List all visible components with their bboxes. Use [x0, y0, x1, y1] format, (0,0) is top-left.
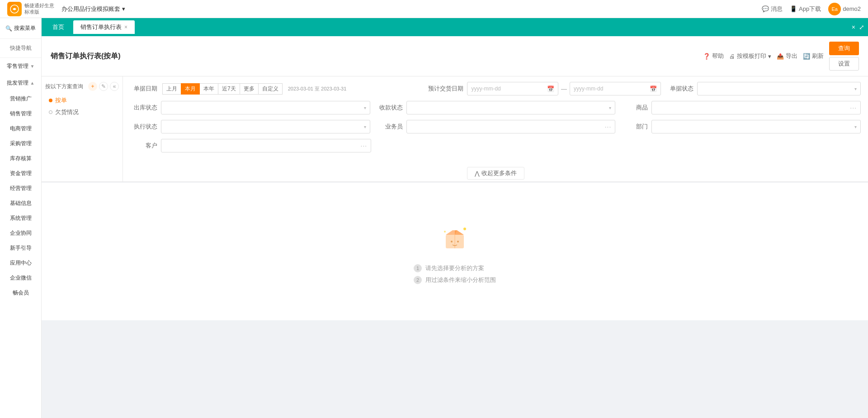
tab-right: × ⤢: [852, 24, 864, 31]
content-area: 销售订单执行表(按单) ❓ 帮助 🖨 按模板打印 ▾ 📤: [42, 36, 868, 418]
customer-input[interactable]: ···: [161, 139, 371, 152]
dropdown-icon: ▾: [122, 5, 125, 12]
product-input[interactable]: ···: [651, 101, 861, 114]
dept-arrow-icon: ▾: [854, 124, 857, 129]
svg-point-4: [444, 231, 446, 233]
refresh-btn[interactable]: 🔄 刷新: [803, 52, 824, 60]
sidebar: 🔍 搜索菜单 快捷导航 零售管理 ▼ 批发管理 ▲ 营销推广 销售管理 电商管理…: [0, 18, 42, 418]
search-menu-btn[interactable]: 🔍 搜索菜单: [4, 22, 38, 35]
tab-active[interactable]: 销售订单执行表 ×: [73, 20, 135, 34]
scheme-item-shortage[interactable]: 欠货情况: [45, 106, 119, 118]
user-avatar[interactable]: Ea demo2: [828, 3, 861, 15]
main-container: 🔍 搜索菜单 快捷导航 零售管理 ▼ 批发管理 ▲ 营销推广 销售管理 电商管理…: [0, 18, 868, 418]
scheme-add-btn[interactable]: +: [88, 82, 97, 91]
empty-illustration: [437, 219, 473, 255]
quick-nav-label[interactable]: 快捷导航: [0, 43, 41, 54]
date-quick-opts: 上月 本月 本年 近7天 更多 自定义: [163, 83, 283, 95]
sidebar-item-member[interactable]: 畅会员: [0, 285, 41, 300]
refresh-icon: 🔄: [803, 53, 810, 60]
filter-item-expected-date: 预计交货日期 yyyy-mm-dd 📅 —: [427, 82, 660, 95]
tip-num-1: 1: [414, 264, 422, 272]
top-bar-right: 💬 消息 📱 App下载 Ea demo2: [762, 3, 861, 15]
collapse-btn[interactable]: ⋀ 收起更多条件: [467, 167, 524, 180]
dept-label: 部门: [621, 123, 648, 131]
date-range-text: 2023-03-01 至 2023-03-31: [288, 86, 347, 92]
window-max-btn[interactable]: ⤢: [859, 24, 864, 31]
filter-conditions: 单据日期 上月 本月 本年 近7天 更多: [123, 76, 868, 163]
salesperson-input[interactable]: ···: [406, 120, 616, 133]
date-label: 单据日期: [130, 85, 157, 93]
sidebar-item-system[interactable]: 系统管理: [0, 211, 41, 226]
date-opt-more[interactable]: 更多: [240, 83, 259, 95]
collect-status-select[interactable]: ▾: [406, 101, 616, 114]
sidebar-item-wholesale[interactable]: 批发管理 ▲: [0, 75, 41, 91]
status-select[interactable]: ▾: [697, 82, 861, 95]
window-close-btn[interactable]: ×: [852, 24, 855, 31]
svg-point-6: [457, 241, 459, 242]
filter-item-status: 单据状态 ▾: [666, 82, 861, 95]
date-opt-custom[interactable]: 自定义: [258, 83, 283, 95]
filter-item-ship: 出库状态 ▾: [130, 101, 370, 114]
page-header-actions: ❓ 帮助 🖨 按模板打印 ▾ 📤 导出 🔄: [703, 42, 859, 71]
scheme-collapse-btn[interactable]: «: [110, 82, 119, 91]
scheme-item-order[interactable]: 按单: [45, 95, 119, 106]
date-opt-this-month[interactable]: 本月: [181, 83, 200, 95]
app-selector[interactable]: 办公用品行业模拟账套 ▾: [58, 3, 129, 15]
ship-status-select[interactable]: ▾: [161, 101, 370, 114]
top-bar-left: 畅捷通好生意 标准版 办公用品行业模拟账套 ▾: [7, 2, 129, 16]
help-btn[interactable]: ❓ 帮助: [703, 52, 724, 60]
ship-arrow-icon: ▾: [364, 105, 366, 110]
sidebar-item-basic-info[interactable]: 基础信息: [0, 196, 41, 211]
filter-item-salesperson: 业务员 ···: [376, 120, 616, 133]
date-opt-this-year[interactable]: 本年: [199, 83, 218, 95]
collect-status-label: 收款状态: [376, 104, 403, 112]
sidebar-item-newbie[interactable]: 新手引导: [0, 241, 41, 256]
filter-panel: 按以下方案查询 + ✎ « 按单: [42, 76, 868, 182]
empty-tip-1: 1 请先选择要分析的方案: [414, 264, 496, 272]
page-content: 销售订单执行表(按单) ❓ 帮助 🖨 按模板打印 ▾ 📤: [42, 36, 868, 320]
page-header: 销售订单执行表(按单) ❓ 帮助 🖨 按模板打印 ▾ 📤: [42, 36, 868, 76]
scheme-active-dot: [49, 99, 52, 102]
print-btn[interactable]: 🖨 按模板打印 ▾: [729, 52, 771, 60]
app-download-btn[interactable]: 📱 App下载: [790, 5, 821, 13]
expected-date-end[interactable]: yyyy-mm-dd 📅: [570, 82, 661, 95]
avatar: Ea: [828, 3, 841, 15]
svg-point-3: [463, 228, 466, 230]
sidebar-search[interactable]: 🔍 搜索菜单: [0, 18, 41, 39]
sidebar-item-corp-collab[interactable]: 企业协同: [0, 226, 41, 241]
tab-home[interactable]: 首页: [45, 20, 71, 34]
export-btn[interactable]: 📤 导出: [777, 52, 797, 60]
sidebar-item-corp-wechat[interactable]: 企业微信: [0, 271, 41, 285]
expected-date-section: yyyy-mm-dd 📅 — yyyy-mm-dd 📅: [467, 82, 660, 95]
quick-nav[interactable]: 快捷导航: [0, 39, 41, 58]
sidebar-item-inventory[interactable]: 库存核算: [0, 151, 41, 166]
date-dash: —: [558, 86, 570, 92]
filter-row-3: 执行状态 ▾ 业务员 ···: [130, 120, 861, 133]
scheme-edit-btn[interactable]: ✎: [99, 82, 108, 91]
scheme-actions: + ✎ «: [88, 82, 119, 91]
query-btn[interactable]: 查询: [829, 42, 859, 55]
settings-btn[interactable]: 设置: [829, 57, 859, 71]
sidebar-item-sales[interactable]: 销售管理: [0, 106, 41, 121]
message-btn[interactable]: 💬 消息: [762, 5, 783, 13]
tab-close-btn[interactable]: ×: [124, 24, 127, 30]
exec-status-select[interactable]: ▾: [161, 120, 370, 133]
filter-item-dept: 部门 ▾: [621, 120, 861, 133]
sidebar-item-marketing[interactable]: 营销推广: [0, 91, 41, 106]
dept-select[interactable]: ▾: [651, 120, 861, 133]
sidebar-item-purchase[interactable]: 采购管理: [0, 136, 41, 151]
empty-state: 1 请先选择要分析的方案 2 用过滤条件来缩小分析范围: [42, 183, 868, 320]
sidebar-item-finance[interactable]: 资金管理: [0, 166, 41, 181]
sidebar-item-retail[interactable]: 零售管理 ▼: [0, 58, 41, 75]
export-icon: 📤: [777, 53, 784, 60]
customer-more-icon: ···: [361, 142, 368, 149]
sidebar-item-management[interactable]: 经营管理: [0, 181, 41, 196]
date-opt-last-month[interactable]: 上月: [162, 83, 181, 95]
sidebar-item-ecommerce[interactable]: 电商管理: [0, 121, 41, 136]
status-arrow-icon: ▾: [854, 86, 857, 91]
tab-nav: 首页 销售订单执行表 × × ⤢: [42, 18, 868, 36]
exec-status-label: 执行状态: [130, 123, 157, 131]
expected-date-start[interactable]: yyyy-mm-dd 📅: [467, 82, 558, 95]
date-opt-last7[interactable]: 近7天: [218, 83, 240, 95]
sidebar-item-app-center[interactable]: 应用中心: [0, 256, 41, 271]
